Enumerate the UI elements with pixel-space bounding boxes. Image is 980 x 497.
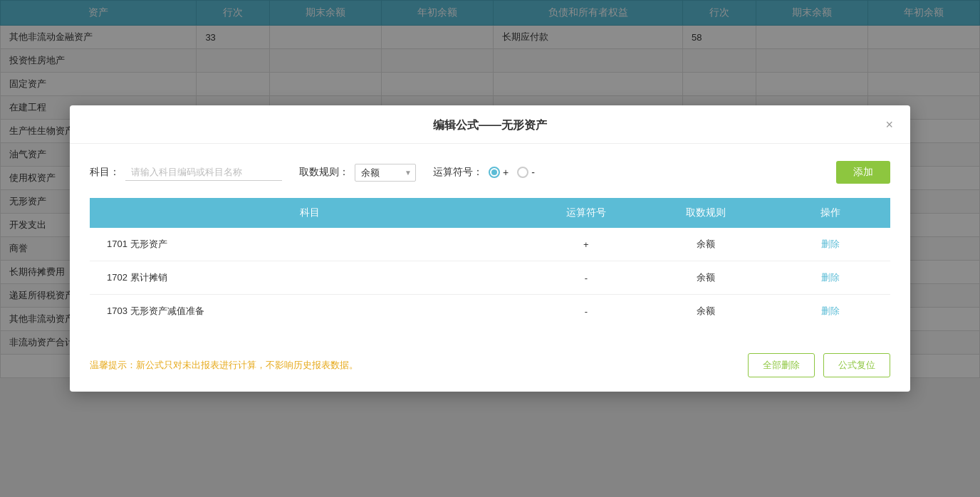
form-row: 科目： 取数规则： 余额借方贷方借方累计贷方累计 ▼ 运算符号：: [90, 161, 890, 184]
footer-buttons: 全部删除 公式复位: [748, 353, 890, 377]
table-row: 1702 累计摊销-余额删除: [90, 261, 890, 295]
radio-minus-item[interactable]: -: [517, 167, 535, 178]
radio-plus-circle: [489, 167, 500, 178]
close-button[interactable]: ×: [880, 115, 899, 134]
footer-tip: 温馨提示：新公式只对未出报表进行计算，不影响历史报表数据。: [90, 359, 358, 372]
modal-header: 编辑公式——无形资产 ×: [70, 105, 910, 144]
modal-overlay: 编辑公式——无形资产 × 科目： 取数规则： 余额借方贷方借方累计贷方累计 ▼: [0, 0, 980, 497]
radio-group: + -: [489, 167, 535, 178]
radio-minus-label: -: [531, 167, 535, 178]
header-subject: 科目: [90, 198, 530, 228]
delete-row-button[interactable]: 删除: [821, 238, 840, 251]
rule-select-wrapper: 余额借方贷方借方累计贷方累计 ▼: [355, 164, 416, 182]
header-operator: 运算符号: [530, 198, 642, 228]
modal-body: 科目： 取数规则： 余额借方贷方借方累计贷方累计 ▼ 运算符号：: [70, 144, 910, 342]
modal-dialog: 编辑公式——无形资产 × 科目： 取数规则： 余额借方贷方借方累计贷方累计 ▼: [70, 105, 910, 392]
table-row: 1703 无形资产减值准备-余额删除: [90, 295, 890, 328]
subject-input[interactable]: [125, 164, 282, 181]
delete-all-button[interactable]: 全部删除: [748, 353, 815, 377]
rule-label: 取数规则：: [299, 166, 349, 179]
operator-label: 运算符号：: [433, 166, 483, 179]
subject-label: 科目：: [90, 166, 120, 179]
radio-minus-circle: [517, 167, 528, 178]
data-table: 科目 运算符号 取数规则 操作 1701 无形资产+余额删除1702 累计摊销-…: [90, 198, 890, 328]
rule-select[interactable]: 余额借方贷方借方累计贷方累计: [355, 164, 416, 182]
header-rule: 取数规则: [642, 198, 771, 228]
radio-plus-item[interactable]: +: [489, 167, 509, 178]
subject-group: 科目：: [90, 164, 282, 181]
rule-group: 取数规则： 余额借方贷方借方累计贷方累计 ▼: [299, 164, 416, 182]
delete-row-button[interactable]: 删除: [821, 305, 840, 318]
header-action: 操作: [770, 198, 890, 228]
radio-plus-label: +: [503, 167, 509, 178]
modal-footer: 温馨提示：新公式只对未出报表进行计算，不影响历史报表数据。 全部删除 公式复位: [70, 342, 910, 392]
delete-row-button[interactable]: 删除: [821, 271, 840, 284]
table-header-row: 科目 运算符号 取数规则 操作: [90, 198, 890, 228]
add-button[interactable]: 添加: [836, 161, 890, 184]
modal-title: 编辑公式——无形资产: [433, 119, 547, 131]
operator-group: 运算符号： + -: [433, 166, 535, 179]
reset-button[interactable]: 公式复位: [823, 353, 890, 377]
table-row: 1701 无形资产+余额删除: [90, 228, 890, 261]
